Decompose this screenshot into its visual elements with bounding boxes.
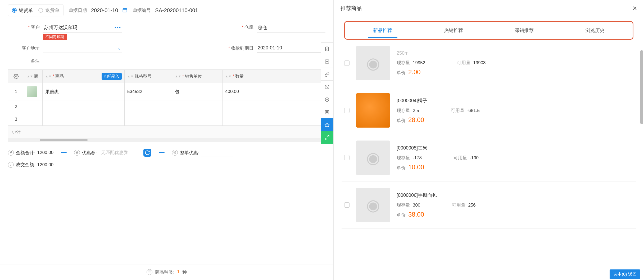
horizontal-scrollbar[interactable] (8, 138, 325, 142)
due-date-input[interactable]: 2020-01-10 (257, 44, 325, 53)
svg-marker-14 (325, 123, 329, 127)
doc-date-field[interactable]: 单据日期 2020-01-10 (69, 7, 128, 13)
row-qty[interactable] (223, 100, 254, 113)
warehouse-label: *仓库 (222, 23, 253, 30)
vertical-scrollbar[interactable] (640, 50, 643, 124)
address-input[interactable]: ⌄ (43, 44, 122, 53)
row-thumb (24, 100, 43, 113)
item-image (356, 93, 390, 128)
row-product[interactable] (43, 113, 125, 125)
chart-icon[interactable] (321, 55, 333, 68)
coupon-field: 券 优惠券: 无匹配优惠券 (74, 148, 151, 157)
refresh-coupon-button[interactable] (143, 149, 151, 157)
th-product[interactable]: ▲▼*商品扫码录入 (43, 70, 125, 83)
avail-field: 可用量-190 (453, 155, 479, 161)
th-qty[interactable]: ▲▼*数量 (223, 70, 254, 83)
yen-icon: ¥ (8, 150, 14, 156)
row-thumb (24, 83, 43, 100)
customer-input[interactable]: 苏州万达沃尔玛 ••• (43, 23, 122, 32)
side-toolbar: ¥ (321, 42, 333, 144)
due-date-label: *收款到期日 (222, 44, 253, 51)
row-product[interactable] (43, 100, 125, 113)
items-table: ▲▼商 ▲▼*商品扫码录入 ▲▼规格型号 ▲▼*销售单位 ▲▼*数量 1 果倍爽… (8, 69, 325, 142)
recommend-item[interactable]: ◉ [0000006]手撕面包 现存量300 可用量256 单价38.00 (342, 181, 636, 229)
row-unit[interactable] (172, 100, 223, 113)
th-image[interactable]: ▲▼商 (24, 70, 43, 83)
item-name: [0000006]手撕面包 (397, 192, 633, 198)
exchange-icon[interactable] (321, 80, 333, 93)
more-icon[interactable]: ••• (115, 25, 121, 30)
th-spec[interactable]: ▲▼规格型号 (125, 70, 172, 83)
discount-input[interactable] (201, 149, 233, 156)
doc-no-label: 单据编号 (133, 7, 151, 13)
footer-summary: ☰ 商品种类: 1 种 (0, 264, 333, 280)
price-field: 单价38.00 (397, 211, 633, 218)
customer-label: *客户 (8, 23, 40, 30)
svg-rect-0 (123, 8, 127, 12)
recommend-item[interactable]: ◉ 250ml 现存量19952 可用量19903 单价2.00 (342, 40, 636, 87)
coupon-icon: 券 (74, 150, 80, 156)
svg-text:¥: ¥ (326, 111, 328, 114)
link-icon[interactable] (321, 68, 333, 80)
close-icon[interactable]: ✕ (632, 5, 637, 12)
doc-date-label: 单据日期 (69, 7, 87, 13)
row-qty[interactable] (223, 113, 254, 125)
tab-history[interactable]: 浏览历史 (578, 24, 613, 37)
currency-icon[interactable]: ¥ (321, 106, 333, 118)
recommend-item[interactable]: [0000004]橘子 现存量2.5 可用量-681.5 单价28.00 (342, 87, 636, 134)
tab-hot[interactable]: 热销推荐 (436, 24, 471, 37)
scan-entry-button[interactable]: 扫码录入 (102, 73, 122, 80)
expand-icon[interactable] (321, 131, 333, 144)
doc-no-value: SA-20200110-001 (155, 7, 198, 13)
item-image: ◉ (356, 141, 390, 175)
shield-icon[interactable] (321, 93, 333, 106)
row-product[interactable]: 果倍爽 (43, 83, 125, 100)
remark-input[interactable] (43, 57, 175, 60)
warehouse-input[interactable]: 总仓 (257, 23, 325, 32)
chevron-down-icon[interactable]: ⌄ (117, 45, 121, 51)
radio-return-order[interactable]: 退货单 (38, 7, 60, 13)
box-icon: ☰ (147, 269, 152, 275)
stock-field: 现存量-178 (397, 155, 422, 161)
selected-return-button[interactable]: 选中(0) 返回 (610, 269, 640, 279)
calendar-icon[interactable] (122, 7, 128, 13)
radio-label: 退货单 (45, 7, 60, 13)
tab-slow[interactable]: 滞销推荐 (507, 24, 542, 37)
row-index: 3 (8, 113, 24, 125)
discount-icon: % (172, 150, 178, 156)
item-name: [0000004]橘子 (397, 97, 633, 104)
row-qty[interactable]: 400.00 (223, 83, 254, 100)
item-checkbox[interactable] (344, 155, 350, 160)
item-checkbox[interactable] (344, 202, 350, 208)
account-period-tag: 不固定账期 (43, 34, 67, 40)
tab-new[interactable]: 新品推荐 (365, 24, 400, 37)
item-checkbox[interactable] (344, 108, 350, 113)
th-unit[interactable]: ▲▼*销售单位 (172, 70, 223, 83)
table-row[interactable]: 1 果倍爽 534532 包 400.00 (8, 83, 325, 100)
row-spec[interactable] (125, 100, 172, 113)
row-unit[interactable] (172, 113, 223, 125)
table-row[interactable]: 2 (8, 100, 325, 113)
star-icon[interactable] (321, 118, 333, 131)
recommend-item[interactable]: ◉ [0000005]芒果 现存量-178 可用量-190 单价10.00 (342, 134, 636, 181)
row-spec[interactable]: 534532 (125, 83, 172, 100)
price-field: 单价28.00 (397, 116, 633, 124)
warehouse-value: 总仓 (258, 24, 267, 31)
coupon-input[interactable]: 无匹配优惠券 (99, 148, 141, 157)
doc-date-value: 2020-01-10 (91, 7, 118, 13)
row-index: 1 (8, 83, 24, 100)
item-name: 250ml (397, 50, 633, 56)
item-checkbox[interactable] (344, 60, 350, 66)
recommend-tabs: 新品推荐 热销推荐 滞销推荐 浏览历史 (344, 21, 633, 40)
due-date-value: 2020-01-10 (258, 45, 282, 51)
table-row[interactable]: 3 (8, 113, 325, 126)
row-unit[interactable]: 包 (172, 83, 223, 100)
note-icon[interactable] (321, 42, 333, 55)
stock-field: 现存量300 (397, 202, 420, 208)
subtotal-label: 小计 (8, 126, 24, 138)
doc-number-field: 单据编号 SA-20200110-001 (133, 7, 198, 13)
row-spec[interactable] (125, 113, 172, 125)
deal-icon: ✓ (8, 162, 14, 168)
radio-sales-order[interactable]: 销货单 (12, 7, 33, 13)
settings-column[interactable] (8, 70, 24, 83)
